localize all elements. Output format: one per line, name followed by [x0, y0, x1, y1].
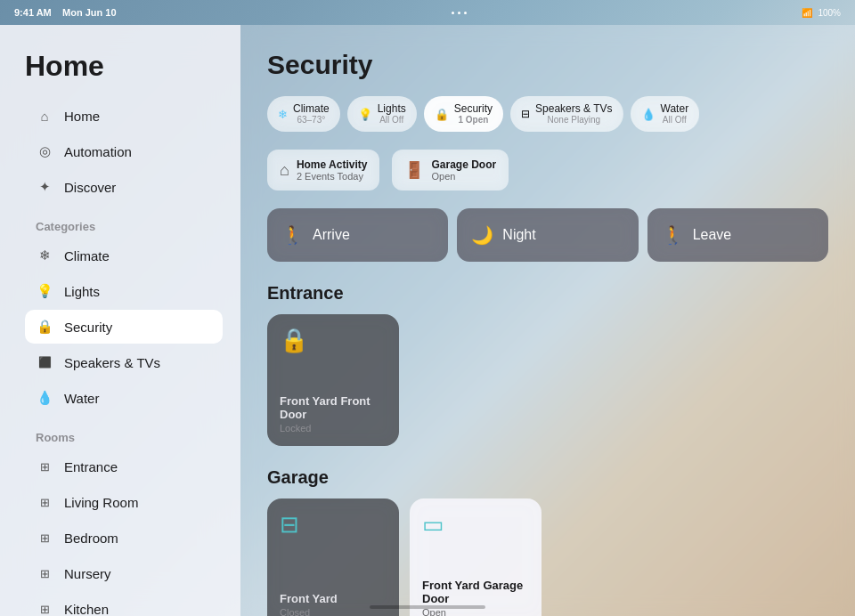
garage-door-icon: 🚪 — [404, 160, 424, 180]
main-content: Security ❄ Climate 63–73° 💡 Lights All O… — [240, 25, 855, 616]
status-right: 📶 100% — [802, 8, 841, 18]
scene-leave-label: Leave — [693, 227, 732, 243]
garage-door-sub: Open — [431, 171, 496, 182]
sidebar-item-living-room[interactable]: ⊞ Living Room — [25, 485, 223, 519]
sidebar-item-entrance-label: Entrance — [64, 459, 118, 474]
sidebar-item-climate[interactable]: ❄ Climate — [25, 239, 223, 272]
tab-water-icon: 💧 — [641, 108, 656, 121]
water-icon: 💧 — [36, 389, 53, 407]
sidebar-item-security[interactable]: 🔒 Security — [25, 310, 223, 344]
sidebar-item-security-label: Security — [64, 320, 112, 335]
lights-icon: 💡 — [36, 282, 53, 300]
dot2 — [458, 12, 460, 14]
garage-door-open-icon: ▭ — [422, 511, 529, 539]
tab-water-label: Water — [661, 102, 689, 115]
scene-night-label: Night — [502, 227, 535, 243]
climate-icon: ❄ — [36, 247, 53, 264]
sidebar-title: Home — [25, 50, 223, 83]
home-activity-card[interactable]: ⌂ Home Activity 2 Events Today — [267, 150, 379, 190]
sidebar-item-home-label: Home — [64, 109, 100, 124]
tab-climate[interactable]: ❄ Climate 63–73° — [267, 96, 340, 132]
scene-arrive-label: Arrive — [313, 227, 350, 243]
front-yard-garage-icon: ⊟ — [280, 511, 387, 539]
status-center — [452, 12, 467, 14]
tab-water[interactable]: 💧 Water All Off — [631, 96, 700, 132]
dot3 — [464, 12, 467, 14]
arrive-icon: 🚶 — [281, 224, 304, 246]
category-tabs: ❄ Climate 63–73° 💡 Lights All Off 🔒 Secu… — [267, 96, 828, 132]
tab-security-sub: 1 Open — [454, 115, 493, 126]
sidebar-item-water[interactable]: 💧 Water — [25, 381, 223, 415]
automation-icon: ◎ — [36, 142, 53, 160]
rooms-section-label: Rooms — [36, 431, 223, 444]
sidebar-item-lights-label: Lights — [64, 284, 100, 299]
tab-speakers-tvs-icon: ⊟ — [521, 108, 530, 120]
security-icon: 🔒 — [36, 318, 53, 336]
tab-speakers-tvs-label: Speakers & TVs — [535, 102, 612, 115]
sidebar-item-lights[interactable]: 💡 Lights — [25, 274, 223, 308]
entrance-section-header: Entrance — [267, 283, 828, 304]
home-icon: ⌂ — [36, 107, 53, 125]
sidebar-item-water-label: Water — [64, 391, 99, 406]
tab-security[interactable]: 🔒 Security 1 Open — [424, 96, 503, 132]
garage-door-title: Garage Door — [431, 158, 496, 171]
app-container: Home ⌂ Home ◎ Automation ✦ Discover Cate… — [0, 25, 855, 616]
speakers-tvs-icon: ⬛ — [36, 353, 53, 371]
front-yard-closed-card[interactable]: ⊟ Front Yard Closed — [267, 498, 399, 616]
discover-icon: ✦ — [36, 178, 53, 196]
front-yard-front-door-name: Front Yard Front Door — [280, 394, 387, 421]
tab-lights[interactable]: 💡 Lights All Off — [347, 96, 417, 132]
sidebar-item-speakers-tvs[interactable]: ⬛ Speakers & TVs — [25, 345, 223, 379]
sidebar-item-living-room-label: Living Room — [64, 495, 138, 510]
night-icon: 🌙 — [471, 224, 493, 246]
front-yard-garage-door-name: Front Yard Garage Door — [422, 579, 529, 605]
sidebar-item-nursery-label: Nursery — [64, 566, 111, 581]
page-title: Security — [267, 50, 828, 80]
home-activity-title: Home Activity — [297, 158, 368, 171]
status-time: 9:41 AM Mon Jun 10 — [14, 7, 117, 18]
sidebar-item-bedroom-label: Bedroom — [64, 531, 118, 546]
sidebar-item-entrance[interactable]: ⊞ Entrance — [25, 450, 223, 483]
sidebar-item-bedroom[interactable]: ⊞ Bedroom — [25, 521, 223, 555]
garage-door-card[interactable]: 🚪 Garage Door Open — [392, 150, 509, 190]
sidebar-item-home[interactable]: ⌂ Home — [25, 99, 223, 133]
sidebar-item-nursery[interactable]: ⊞ Nursery — [25, 556, 223, 590]
sidebar-item-kitchen-label: Kitchen — [64, 602, 109, 617]
tab-water-sub: All Off — [661, 115, 689, 126]
tab-speakers-tvs-sub: None Playing — [535, 115, 612, 126]
tab-lights-icon: 💡 — [358, 108, 372, 121]
garage-device-grid: ⊟ Front Yard Closed ▭ Front Yard Garage … — [267, 498, 828, 616]
living-room-icon: ⊞ — [36, 493, 53, 511]
scenes-row: 🚶 Arrive 🌙 Night 🚶 Leave — [267, 208, 828, 262]
tab-security-label: Security — [454, 102, 493, 115]
info-row: ⌂ Home Activity 2 Events Today 🚪 Garage … — [267, 150, 828, 190]
tab-lights-sub: All Off — [378, 115, 406, 126]
tab-lights-label: Lights — [378, 102, 406, 115]
tab-climate-label: Climate — [293, 102, 330, 115]
home-indicator — [370, 605, 485, 609]
bedroom-icon: ⊞ — [36, 529, 53, 547]
wifi-icon: 📶 — [802, 8, 812, 18]
entrance-room-icon: ⊞ — [36, 458, 53, 475]
tab-security-icon: 🔒 — [435, 108, 449, 121]
leave-icon: 🚶 — [662, 224, 684, 246]
scene-night-button[interactable]: 🌙 Night — [457, 208, 638, 262]
scene-arrive-button[interactable]: 🚶 Arrive — [267, 208, 448, 262]
sidebar-item-discover-label: Discover — [64, 180, 116, 195]
home-activity-icon: ⌂ — [280, 161, 289, 180]
nursery-icon: ⊞ — [36, 564, 53, 582]
sidebar: Home ⌂ Home ◎ Automation ✦ Discover Cate… — [0, 25, 240, 616]
tab-speakers-tvs[interactable]: ⊟ Speakers & TVs None Playing — [510, 96, 623, 132]
front-yard-garage-door-card[interactable]: ▭ Front Yard Garage Door Open — [410, 498, 542, 616]
sidebar-item-automation-label: Automation — [64, 144, 132, 159]
sidebar-item-discover[interactable]: ✦ Discover — [25, 170, 223, 204]
front-yard-front-door-status: Locked — [280, 423, 387, 434]
front-yard-front-door-card[interactable]: 🔒 Front Yard Front Door Locked — [267, 314, 399, 446]
sidebar-item-automation[interactable]: ◎ Automation — [25, 134, 223, 168]
dot1 — [452, 12, 454, 14]
home-activity-sub: 2 Events Today — [297, 171, 368, 182]
tab-climate-icon: ❄ — [278, 108, 288, 121]
kitchen-icon: ⊞ — [36, 600, 53, 616]
sidebar-item-kitchen[interactable]: ⊞ Kitchen — [25, 592, 223, 616]
scene-leave-button[interactable]: 🚶 Leave — [647, 208, 828, 262]
